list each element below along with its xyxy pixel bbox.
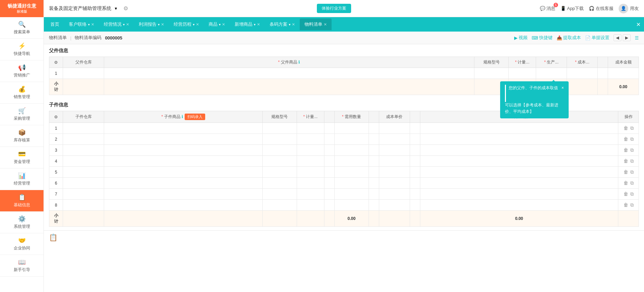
child-amount-4[interactable] [420,167,618,178]
nav-tab-close-7[interactable]: ✕ [292,22,295,27]
delete-icon-4[interactable]: 🗑 [623,169,628,175]
child-amount-5[interactable] [420,178,618,189]
child-unitprice-7[interactable] [379,200,410,211]
nav-tab-close-4[interactable]: ✕ [196,22,199,27]
close-tab-icon[interactable]: ✕ [634,20,642,30]
cost-label[interactable]: 提取成本 [563,35,581,41]
delete-icon-0[interactable]: 🗑 [623,125,628,131]
child-product-0[interactable] [104,123,263,134]
nav-tab-2[interactable]: 经营情况▾✕ [99,19,134,30]
sidebar-item-quick-nav[interactable]: ⚡ 快捷导航 [0,39,44,60]
message-item[interactable]: 💬 6 消息 [540,5,556,12]
sidebar-item-finance[interactable]: 💳 资金管理 [0,147,44,168]
child-product-7[interactable] [104,200,263,211]
child-warehouse-1[interactable] [63,134,104,145]
parent-spec-cell[interactable] [474,68,509,79]
child-spec-4[interactable] [262,167,297,178]
child-product-5[interactable] [104,178,263,189]
online-service-label[interactable]: 在线客服 [596,6,614,11]
child-unit-1[interactable] [297,134,324,145]
child-spec-2[interactable] [262,145,297,156]
child-amount-3[interactable] [420,156,618,167]
copy-icon-2[interactable]: ⧉ [630,147,634,153]
settings-label[interactable]: 单据设置 [592,35,609,41]
child-unit-6[interactable] [297,189,324,200]
nav-tab-arrow-1[interactable]: ▾ [88,23,90,26]
sidebar-item-system[interactable]: ⚙️ 系统管理 [0,212,44,233]
delete-icon-2[interactable]: 🗑 [623,147,628,153]
child-unitprice-6[interactable] [379,189,410,200]
view-label[interactable]: 视频 [519,35,528,41]
child-qty-6[interactable] [334,189,369,200]
shortcut-label[interactable]: 快捷键 [539,35,553,41]
child-amount-7[interactable] [420,200,618,211]
scan-button[interactable]: 扫码录入 [185,114,205,120]
child-spec-0[interactable] [262,123,297,134]
child-unit-0[interactable] [297,123,324,134]
copy-icon-3[interactable]: ⧉ [630,158,634,164]
nav-tab-close-3[interactable]: ✕ [161,22,164,27]
user-name[interactable]: 用友 [630,5,639,12]
parent-amount-cell[interactable] [608,68,639,79]
child-warehouse-4[interactable] [63,167,104,178]
child-product-1[interactable] [104,134,263,145]
delete-icon-5[interactable]: 🗑 [623,180,628,186]
nav-tab-arrow-4[interactable]: ▾ [193,23,195,26]
sidebar-item-inventory[interactable]: 📦 库存核算 [0,125,44,147]
copy-icon-0[interactable]: ⧉ [630,125,634,131]
nav-tab-close-8[interactable]: ✕ [324,22,327,27]
child-unitprice-5[interactable] [379,178,410,189]
child-spec-7[interactable] [262,200,297,211]
sidebar-item-operations[interactable]: 📊 经营管理 [0,168,44,190]
child-qty-1[interactable] [334,134,369,145]
copy-icon-6[interactable]: ⧉ [630,191,634,197]
delete-icon-3[interactable]: 🗑 [623,158,628,164]
child-unit-5[interactable] [297,178,324,189]
child-qty-3[interactable] [334,156,369,167]
sidebar-item-sales[interactable]: 💰 销售管理 [0,82,44,104]
child-qty-0[interactable] [334,123,369,134]
nav-tab-3[interactable]: 利润报告▾✕ [134,19,169,30]
child-unitprice-4[interactable] [379,167,410,178]
child-unitprice-0[interactable] [379,123,410,134]
child-qty-2[interactable] [334,145,369,156]
child-unit-3[interactable] [297,156,324,167]
nav-tab-close-1[interactable]: ✕ [91,22,94,27]
nav-tab-arrow-7[interactable]: ▾ [289,23,290,26]
child-warehouse-5[interactable] [63,178,104,189]
tooltip-close-btn[interactable]: × [561,85,564,91]
nav-tab-1[interactable]: 客户联络▾✕ [64,19,99,30]
parent-produce-cell[interactable] [536,68,567,79]
nav-tab-0[interactable]: 首页 [46,19,64,30]
child-amount-6[interactable] [420,189,618,200]
child-unit-7[interactable] [297,200,324,211]
child-spec-5[interactable] [262,178,297,189]
add-row-icon[interactable]: 📋 [49,233,58,242]
child-unitprice-2[interactable] [379,145,410,156]
child-amount-1[interactable] [420,134,618,145]
nav-tab-8[interactable]: 物料清单✕ [300,19,332,30]
app-download-item[interactable]: 📱 App下载 [560,5,584,12]
sidebar-item-enterprise[interactable]: 🤝 企业协同 [0,233,44,255]
child-product-2[interactable] [104,145,263,156]
sidebar-item-marketing[interactable]: 📢 营销推广 [0,60,44,82]
child-warehouse-0[interactable] [63,123,104,134]
parent-warehouse-cell[interactable] [63,68,104,79]
online-service-item[interactable]: 🎧 在线客服 [589,5,614,12]
settings-button[interactable]: 📄 单据设置 [585,35,609,41]
cost-button[interactable]: 📥 提取成本 [557,35,581,41]
copy-icon-7[interactable]: ⧉ [630,202,634,208]
nav-tab-close-5[interactable]: ✕ [222,22,225,27]
child-qty-4[interactable] [334,167,369,178]
child-warehouse-6[interactable] [63,189,104,200]
parent-unit-cell[interactable] [509,68,536,79]
delete-icon-6[interactable]: 🗑 [623,191,628,197]
nav-tab-close-6[interactable]: ✕ [257,22,260,27]
child-warehouse-3[interactable] [63,156,104,167]
child-product-6[interactable] [104,189,263,200]
nav-tab-arrow-2[interactable]: ▾ [123,23,125,26]
child-amount-0[interactable] [420,123,618,134]
child-spec-1[interactable] [262,134,297,145]
view-button[interactable]: ▶ 视频 [514,35,528,41]
parent-cost-cell[interactable] [567,68,598,79]
